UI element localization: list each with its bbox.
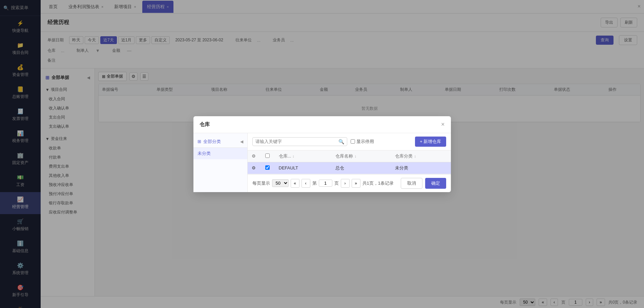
modal-footer-actions: 取消 确定 [401,178,446,189]
modal-prev-page-btn[interactable]: ‹ [302,179,310,188]
confirm-button[interactable]: 确定 [425,178,446,189]
row-gear: ⚙ [248,162,261,174]
show-disabled-text: 显示停用 [356,139,374,145]
modal-title: 仓库 [200,121,210,128]
th-warehouse-name: 仓库名称↕ [331,150,391,162]
modal-category-item-unclassified[interactable]: 未分类 [193,148,247,159]
modal-pagination-row: 每页显示 50 « ‹ 第 页 › » 共1页，1条记录 [248,174,451,192]
cancel-button[interactable]: 取消 [401,178,422,189]
modal-last-page-btn[interactable]: » [352,179,360,188]
modal-page-input[interactable] [319,180,332,187]
modal-table: ⚙ 仓库...↕ 仓库名称↕ 仓库分类↕ ⚙ DEFAULT [248,150,451,174]
modal-all-category-label: 全部分类 [203,139,221,145]
modal-left-header[interactable]: ⊞ 全部分类 ◀ [193,136,247,148]
th-gear: ⚙ [248,150,261,162]
modal-page-size-select[interactable]: 50 [272,179,289,187]
modal-left-scroll: 未分类 [193,148,247,189]
modal-body: ⊞ 全部分类 ◀ 未分类 🔍 显示停用 [193,133,451,192]
modal-overlay: 仓库 × ⊞ 全部分类 ◀ 未分类 [0,0,644,308]
modal-total-records: 共1页，1条记录 [362,180,394,186]
modal-toolbar: 🔍 显示停用 + 新增仓库 [248,133,451,150]
modal-page-size-label: 每页显示 [252,180,270,186]
modal-search-box: 🔍 [252,137,347,146]
modal-next-page-btn[interactable]: › [341,179,350,188]
th-checkbox [261,150,275,162]
modal-page-label: 第 [312,180,317,186]
row-select-checkbox[interactable] [265,165,270,170]
modal-right-panel: 🔍 显示停用 + 新增仓库 ⚙ [248,133,451,192]
add-warehouse-button[interactable]: + 新增仓库 [415,137,446,147]
modal-search-input[interactable] [255,139,338,144]
warehouse-name: 总仓 [331,162,391,174]
show-disabled-checkbox[interactable] [351,139,355,144]
th-warehouse-category: 仓库分类↕ [391,150,451,162]
grid-icon-modal: ⊞ [198,139,201,144]
modal-left-collapse-icon[interactable]: ◀ [240,139,243,144]
table-row[interactable]: ⚙ DEFAULT 总仓 未分类 [248,162,451,174]
search-icon: 🔍 [338,139,344,144]
modal-table-container: ⚙ 仓库...↕ 仓库名称↕ 仓库分类↕ ⚙ DEFAULT [248,150,451,174]
modal-header: 仓库 × [193,116,451,133]
warehouse-category: 未分类 [391,162,451,174]
modal-left-panel: ⊞ 全部分类 ◀ 未分类 [193,133,248,192]
modal-first-page-btn[interactable]: « [291,179,299,188]
modal-table-header: ⚙ 仓库...↕ 仓库名称↕ 仓库分类↕ [248,150,451,162]
warehouse-modal: 仓库 × ⊞ 全部分类 ◀ 未分类 [193,116,451,192]
modal-page-unit: 页 [334,180,339,186]
modal-pagination: 每页显示 50 « ‹ 第 页 › » 共1页，1条记录 [252,179,394,188]
warehouse-code: DEFAULT [275,162,332,174]
row-checkbox [261,162,275,174]
th-warehouse-code: 仓库...↕ [275,150,332,162]
modal-close-button[interactable]: × [441,121,445,128]
show-disabled-label[interactable]: 显示停用 [351,139,374,145]
select-all-checkbox[interactable] [265,153,270,158]
